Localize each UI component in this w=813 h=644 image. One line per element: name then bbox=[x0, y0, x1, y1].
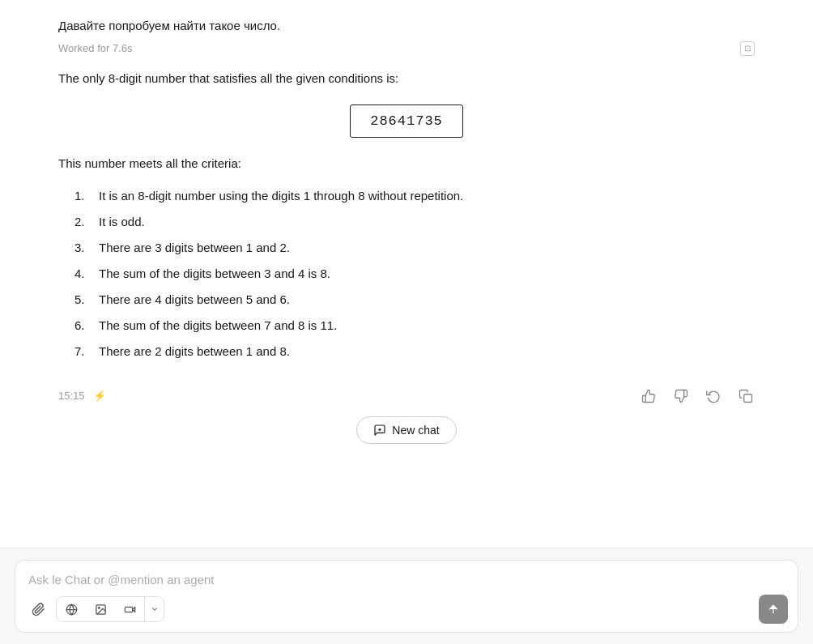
criteria-list: 1. It is an 8-digit number using the dig… bbox=[58, 183, 755, 365]
criteria-item-1: It is an 8-digit number using the digits… bbox=[99, 186, 463, 206]
new-chat-label: New chat bbox=[392, 424, 439, 437]
criteria-intro: This number meets all the criteria: bbox=[58, 154, 755, 173]
intro-text: Давайте попробуем найти такое число. bbox=[58, 16, 755, 36]
more-options-button[interactable] bbox=[144, 597, 164, 621]
list-item: 2. It is odd. bbox=[58, 209, 755, 235]
worked-for-text: Worked for 7.6s bbox=[58, 41, 133, 58]
criteria-item-6: The sum of the digits between 7 and 8 is… bbox=[99, 316, 337, 335]
svg-rect-0 bbox=[744, 395, 752, 403]
criteria-item-3: There are 3 digits between 1 and 2. bbox=[99, 238, 290, 258]
criteria-item-2: It is odd. bbox=[99, 212, 145, 232]
list-num: 7. bbox=[74, 342, 91, 361]
criteria-item-5: There are 4 digits between 5 and 6. bbox=[99, 290, 290, 309]
globe-button[interactable] bbox=[57, 597, 86, 621]
list-item: 1. It is an 8-digit number using the dig… bbox=[58, 183, 755, 209]
footer-left: 15:15 ⚡ bbox=[58, 388, 106, 405]
list-item: 4. The sum of the digits between 3 and 4… bbox=[58, 261, 755, 287]
send-button[interactable] bbox=[759, 595, 788, 624]
message-footer: 15:15 ⚡ bbox=[58, 379, 755, 408]
criteria-item-4: The sum of the digits between 3 and 4 is… bbox=[99, 264, 330, 284]
list-num: 6. bbox=[74, 316, 91, 335]
bolt-icon: ⚡ bbox=[93, 388, 106, 405]
attach-button[interactable] bbox=[25, 596, 51, 622]
new-chat-icon bbox=[373, 424, 386, 437]
chat-area: Давайте попробуем найти такое число. Wor… bbox=[0, 0, 813, 548]
list-num: 1. bbox=[74, 186, 91, 206]
list-item: 3. There are 3 digits between 1 and 2. bbox=[58, 235, 755, 261]
input-box: Ask le Chat or @mention an agent bbox=[15, 560, 798, 633]
result-text: The only 8-digit number that satisfies a… bbox=[58, 69, 755, 88]
answer-number: 28641735 bbox=[350, 104, 463, 138]
toolbar-btn-group bbox=[56, 596, 164, 622]
criteria-item-7: There are 2 digits between 1 and 8. bbox=[99, 342, 290, 361]
list-item: 7. There are 2 digits between 1 and 8. bbox=[58, 339, 755, 365]
message-block: Давайте попробуем найти такое число. Wor… bbox=[58, 16, 755, 457]
toolbar-left bbox=[25, 596, 164, 622]
video-button[interactable] bbox=[115, 597, 144, 621]
copy-button[interactable] bbox=[737, 387, 755, 405]
svg-rect-7 bbox=[125, 607, 132, 612]
worked-for-row: Worked for 7.6s ⊡ bbox=[58, 41, 755, 58]
input-area: Ask le Chat or @mention an agent bbox=[0, 548, 813, 644]
footer-actions bbox=[640, 387, 755, 405]
new-chat-container: New chat bbox=[58, 408, 755, 457]
expand-icon[interactable]: ⊡ bbox=[740, 41, 755, 56]
input-placeholder: Ask le Chat or @mention an agent bbox=[28, 573, 215, 586]
new-chat-button[interactable]: New chat bbox=[356, 416, 456, 444]
regenerate-button[interactable] bbox=[704, 387, 722, 405]
thumbs-up-button[interactable] bbox=[640, 387, 658, 405]
list-num: 2. bbox=[74, 212, 91, 232]
number-box-container: 28641735 bbox=[58, 104, 755, 138]
thumbs-down-button[interactable] bbox=[672, 387, 690, 405]
list-item: 6. The sum of the digits between 7 and 8… bbox=[58, 313, 755, 339]
list-num: 4. bbox=[74, 264, 91, 284]
list-num: 5. bbox=[74, 290, 91, 309]
list-num: 3. bbox=[74, 238, 91, 258]
input-toolbar bbox=[25, 595, 788, 624]
timestamp: 15:15 bbox=[58, 388, 85, 405]
list-item: 5. There are 4 digits between 5 and 6. bbox=[58, 287, 755, 313]
image-button[interactable] bbox=[86, 597, 115, 621]
svg-point-6 bbox=[98, 607, 100, 608]
